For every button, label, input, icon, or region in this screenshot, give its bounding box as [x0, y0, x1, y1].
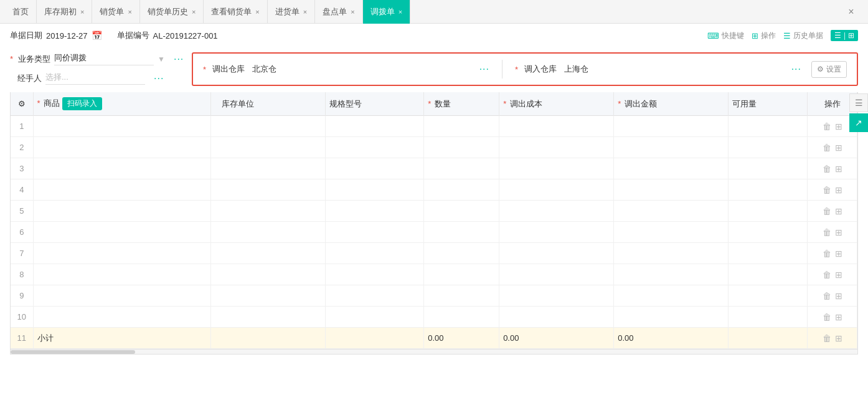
scroll-bar[interactable] — [11, 349, 857, 354]
tab-sales[interactable]: 销货单 × — [92, 0, 139, 24]
row-product-cell[interactable] — [33, 264, 210, 285]
row-copy-icon[interactable]: ⊞ — [835, 185, 842, 195]
row-qty-cell[interactable] — [424, 158, 499, 179]
row-cost-cell[interactable] — [499, 179, 614, 201]
calendar-icon[interactable]: 📅 — [92, 31, 102, 40]
row-product-cell[interactable] — [33, 158, 210, 179]
row-product-cell[interactable] — [33, 137, 210, 158]
tab-transfer[interactable]: 调拨单 × — [363, 0, 410, 24]
agent-select[interactable]: 选择... — [45, 72, 145, 85]
row-copy-icon[interactable]: ⊞ — [835, 249, 842, 259]
history-btn[interactable]: ☰ 历史单据 — [783, 31, 823, 41]
row-amount-cell[interactable] — [614, 201, 729, 222]
sidebar-list-icon[interactable]: ☰ — [849, 93, 868, 112]
row-copy-icon[interactable]: ⊞ — [835, 143, 842, 153]
row-amount-cell[interactable] — [614, 158, 729, 179]
warehouse-in-more-icon[interactable]: ··· — [791, 64, 801, 75]
row-qty-cell[interactable] — [424, 285, 499, 307]
subtotal-spec-cell — [326, 328, 424, 349]
row-product-cell[interactable] — [33, 222, 210, 243]
tab-inventory-init-close[interactable]: × — [80, 8, 84, 16]
row-product-cell[interactable] — [33, 307, 210, 328]
tab-purchase[interactable]: 进货单 × — [268, 0, 315, 24]
row-cost-cell[interactable] — [499, 158, 614, 179]
row-product-cell[interactable] — [33, 201, 210, 222]
tab-home[interactable]: 首页 — [5, 0, 37, 24]
row-amount-cell[interactable] — [614, 222, 729, 243]
close-window-button[interactable]: × — [839, 0, 863, 24]
operate-btn[interactable]: ⊞ 操作 — [752, 31, 776, 41]
row-delete-icon[interactable]: 🗑 — [823, 185, 831, 195]
row-delete-icon[interactable]: 🗑 — [823, 164, 831, 174]
tab-view-sales-close[interactable]: × — [255, 8, 259, 16]
row-cost-cell[interactable] — [499, 222, 614, 243]
row-copy-icon[interactable]: ⊞ — [835, 164, 842, 174]
row-qty-cell[interactable] — [424, 307, 499, 328]
row-delete-icon[interactable]: 🗑 — [823, 312, 831, 322]
row-qty-cell[interactable] — [424, 264, 499, 285]
warehouse-out-more-icon[interactable]: ··· — [479, 64, 489, 75]
row-copy-icon[interactable]: ⊞ — [835, 227, 842, 237]
col-gear[interactable]: ⚙ — [11, 92, 33, 116]
row-delete-icon[interactable]: 🗑 — [823, 206, 831, 216]
business-type-select[interactable]: 同价调拨 — [54, 52, 154, 65]
row-qty-cell[interactable] — [424, 179, 499, 201]
tab-transfer-close[interactable]: × — [399, 8, 402, 16]
row-copy-icon[interactable]: ⊞ — [835, 312, 842, 322]
row-delete-icon[interactable]: 🗑 — [823, 121, 831, 131]
warehouse-settings-btn[interactable]: ⚙ 设置 — [811, 61, 847, 78]
row-delete-icon[interactable]: 🗑 — [823, 143, 831, 153]
row-product-cell[interactable] — [33, 116, 210, 137]
row-copy-icon[interactable]: ⊞ — [835, 121, 842, 131]
row-amount-cell[interactable] — [614, 243, 729, 264]
row-amount-cell[interactable] — [614, 137, 729, 158]
row-product-cell[interactable] — [33, 179, 210, 201]
tab-inventory[interactable]: 盘点单 × — [315, 0, 362, 24]
tab-inventory-close[interactable]: × — [351, 8, 354, 16]
agent-more-icon[interactable]: ··· — [154, 73, 164, 84]
tab-sales-history-close[interactable]: × — [192, 8, 196, 16]
row-product-cell[interactable] — [33, 285, 210, 307]
warehouse-out-value[interactable]: 北京仓 — [252, 64, 276, 75]
tab-view-sales[interactable]: 查看销货单 × — [204, 0, 267, 24]
row-copy-icon[interactable]: ⊞ — [835, 333, 842, 343]
row-delete-icon[interactable]: 🗑 — [823, 333, 831, 343]
row-cost-cell[interactable] — [499, 201, 614, 222]
row-cost-cell[interactable] — [499, 137, 614, 158]
row-product-cell[interactable] — [33, 243, 210, 264]
date-value[interactable]: 2019-12-27 — [46, 31, 88, 40]
row-cost-cell[interactable] — [499, 243, 614, 264]
row-qty-cell[interactable] — [424, 222, 499, 243]
shortcut-btn[interactable]: ⌨ 快捷键 — [707, 31, 744, 41]
tab-inventory-init[interactable]: 库存期初 × — [37, 0, 92, 24]
row-delete-icon[interactable]: 🗑 — [823, 249, 831, 259]
business-type-dropdown-icon[interactable]: ▼ — [158, 55, 165, 64]
row-qty-cell[interactable] — [424, 201, 499, 222]
row-cost-cell[interactable] — [499, 264, 614, 285]
row-cost-cell[interactable] — [499, 307, 614, 328]
settings-active-btn[interactable]: ☰ | ⊞ — [831, 30, 858, 41]
business-type-more-icon[interactable]: ··· — [174, 54, 184, 65]
tab-sales-close[interactable]: × — [128, 8, 131, 16]
row-cost-cell[interactable] — [499, 116, 614, 137]
row-copy-icon[interactable]: ⊞ — [835, 270, 842, 280]
row-amount-cell[interactable] — [614, 116, 729, 137]
row-delete-icon[interactable]: 🗑 — [823, 227, 831, 237]
row-delete-icon[interactable]: 🗑 — [823, 291, 831, 301]
row-cost-cell[interactable] — [499, 285, 614, 307]
scan-btn[interactable]: 扫码录入 — [62, 97, 102, 110]
tab-sales-history[interactable]: 销货单历史 × — [140, 0, 204, 24]
tab-purchase-close[interactable]: × — [303, 8, 307, 16]
row-qty-cell[interactable] — [424, 243, 499, 264]
row-amount-cell[interactable] — [614, 264, 729, 285]
sidebar-external-icon[interactable]: ↗ — [849, 113, 868, 132]
row-amount-cell[interactable] — [614, 285, 729, 307]
row-amount-cell[interactable] — [614, 179, 729, 201]
row-qty-cell[interactable] — [424, 137, 499, 158]
row-qty-cell[interactable] — [424, 116, 499, 137]
row-delete-icon[interactable]: 🗑 — [823, 270, 831, 280]
row-copy-icon[interactable]: ⊞ — [835, 206, 842, 216]
row-copy-icon[interactable]: ⊞ — [835, 291, 842, 301]
row-amount-cell[interactable] — [614, 307, 729, 328]
warehouse-in-value[interactable]: 上海仓 — [564, 64, 588, 75]
